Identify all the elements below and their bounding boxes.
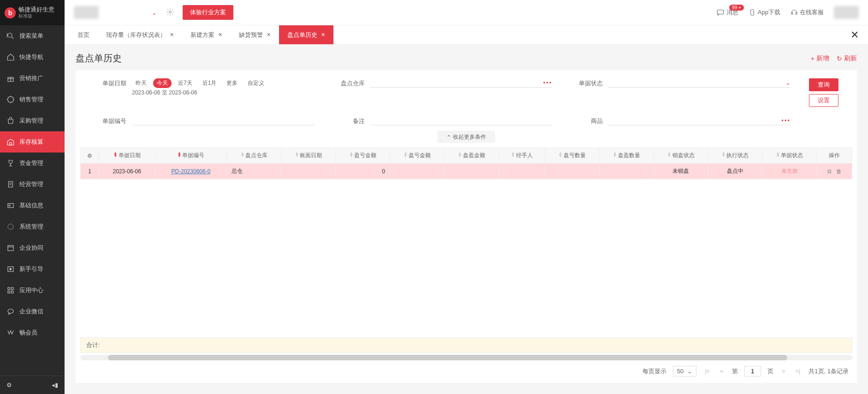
tab-inventory-history[interactable]: 盘点单历史✕ [279, 25, 333, 44]
next-page-button[interactable]: > [780, 368, 787, 375]
date-chip-1m[interactable]: 近1月 [199, 78, 220, 88]
horizontal-scrollbar[interactable] [80, 355, 852, 360]
cell-handler [499, 164, 545, 179]
sidebar-item-purchase[interactable]: 采购管理 [0, 110, 65, 131]
status-select[interactable]: ⌄ [608, 78, 791, 88]
refresh-button[interactable]: ↻刷新 [837, 54, 857, 63]
tab-newplan[interactable]: 新建方案✕ [182, 25, 231, 44]
col-ops: 操作 [817, 148, 852, 164]
settings-button[interactable] [166, 8, 174, 18]
close-all-tabs[interactable]: ✕ [846, 29, 863, 41]
column-config[interactable]: ⚙ [81, 148, 99, 164]
close-icon[interactable]: ✕ [218, 32, 222, 38]
sidebar-item-apps[interactable]: 应用中心 [0, 280, 65, 301]
sidebar-item-vip[interactable]: 畅会员 [0, 322, 65, 343]
sidebar-item-label: 企业协同 [19, 244, 43, 252]
cell-docno[interactable]: PD-20230606-0 [155, 164, 227, 179]
settings-icon[interactable]: ⚙ [6, 382, 12, 388]
sidebar-item-system[interactable]: 系统管理 [0, 216, 65, 237]
per-page-label: 每页显示 [642, 367, 666, 376]
sidebar-item-collab[interactable]: 企业协同 [0, 237, 65, 259]
company-select[interactable]: ⌄ [74, 6, 157, 19]
date-chip-today[interactable]: 今天 [153, 78, 172, 88]
page-input[interactable] [744, 366, 761, 376]
add-button[interactable]: +新增 [811, 54, 829, 63]
col-docno[interactable]: ▲▼单据编号 [155, 148, 227, 164]
gift-icon [6, 74, 15, 82]
messages-button[interactable]: 消息 99 + [716, 8, 738, 17]
tab-home[interactable]: 首页 [69, 25, 98, 44]
collapse-sidebar-icon[interactable]: ◂▮ [52, 382, 58, 388]
sidebar-item-label: 资金管理 [19, 159, 43, 167]
svg-rect-15 [8, 246, 13, 251]
sidebar-item-operations[interactable]: 经营管理 [0, 174, 65, 195]
cell-ops: ⧉ 🗑 [817, 164, 852, 179]
last-page-button[interactable]: >| [793, 368, 802, 375]
chat-icon [6, 307, 15, 316]
page: 盘点单历史 +新增 ↻刷新 单据日期 昨天 今天 [65, 45, 868, 394]
table-scroll[interactable]: ⚙ ▲▼单据日期 ▲▼单据编号 ▲▼盘点仓库 ▲▼账面日期 ▲▼盈亏金额 ▲▼盘… [80, 147, 852, 335]
date-chip-custom[interactable]: 自定义 [244, 78, 268, 88]
view-icon[interactable]: ⧉ [827, 168, 832, 175]
tab-shortage[interactable]: 缺货预警✕ [231, 25, 279, 44]
sidebar-item-search[interactable]: 搜索菜单 [0, 25, 65, 47]
sidebar-item-guide[interactable]: 新手引导 [0, 259, 65, 280]
sidebar-item-label: 应用中心 [19, 286, 43, 294]
col-lossqty[interactable]: ▲▼盘亏数量 [545, 148, 599, 164]
filter-settings-button[interactable]: 设置 [809, 94, 838, 107]
page-prefix: 第 [732, 367, 738, 376]
sidebar-item-quicknav[interactable]: 快捷导航 [0, 47, 65, 68]
cell-execstatus: 盘点中 [708, 164, 762, 179]
tab-stock[interactable]: 现存量（库存状况表）✕ [98, 25, 182, 44]
col-plamount[interactable]: ▲▼盈亏金额 [336, 148, 390, 164]
date-chip-yesterday[interactable]: 昨天 [132, 78, 150, 88]
date-chip-more[interactable]: 更多 [223, 78, 241, 88]
sidebar-item-finance[interactable]: 资金管理 [0, 153, 65, 174]
prev-page-button[interactable]: < [718, 368, 725, 375]
col-bookdate[interactable]: ▲▼账面日期 [281, 148, 336, 164]
docno-input[interactable] [132, 116, 314, 125]
first-page-button[interactable]: |< [703, 368, 712, 375]
chevron-down-icon: ⌄ [687, 368, 692, 375]
per-page-select[interactable]: 50⌄ [673, 366, 696, 376]
sidebar-item-basicinfo[interactable]: 基础信息 [0, 195, 65, 216]
product-select[interactable]: ••• [608, 116, 791, 125]
sidebar-item-label: 快捷导航 [19, 53, 43, 61]
col-warehouse[interactable]: ▲▼盘点仓库 [227, 148, 281, 164]
col-gainamount[interactable]: ▲▼盘盈金额 [444, 148, 499, 164]
chevron-down-icon: ⌄ [785, 79, 791, 86]
svg-rect-20 [8, 291, 10, 294]
gear-icon [6, 223, 15, 231]
col-lockstatus[interactable]: ▲▼锁盘状态 [654, 148, 708, 164]
warehouse-select[interactable]: ••• [370, 78, 553, 88]
sidebar-item-marketing[interactable]: 营销推广 [0, 68, 65, 89]
money-icon [6, 159, 15, 167]
trial-button[interactable]: 体验行业方案 [183, 5, 233, 20]
close-icon[interactable]: ✕ [267, 32, 271, 38]
logo-title: 畅捷通好生意 [18, 6, 54, 13]
col-handler[interactable]: ▲▼经手人 [499, 148, 545, 164]
table-row[interactable]: 1 2023-06-06 PD-20230606-0 总仓 0 [81, 164, 852, 179]
sidebar-menu: 搜索菜单 快捷导航 营销推广 销售管理 采购管理 库存核算 [0, 25, 65, 376]
delete-icon[interactable]: 🗑 [836, 168, 842, 175]
user-avatar[interactable] [834, 6, 859, 19]
sidebar-item-wechat[interactable]: 企业微信 [0, 301, 65, 322]
col-lossamount[interactable]: ▲▼盘亏金额 [390, 148, 445, 164]
date-chip-7d[interactable]: 近7天 [174, 78, 196, 88]
col-gainqty[interactable]: ▲▼盘盈数量 [599, 148, 654, 164]
download-button[interactable]: App下载 [749, 8, 780, 17]
query-button[interactable]: 查询 [809, 78, 838, 91]
remark-input[interactable] [370, 116, 553, 125]
col-date[interactable]: ▲▼单据日期 [99, 148, 155, 164]
topbar: ⌄ 体验行业方案 消息 99 + App下载 在线客服 [65, 0, 868, 25]
collapse-filters-button[interactable]: ⌃ 收起更多条件 [438, 131, 495, 143]
col-docstatus[interactable]: ▲▼单据状态 [762, 148, 817, 164]
messages-badge: 99 + [729, 5, 744, 11]
support-button[interactable]: 在线客服 [791, 8, 824, 17]
filter-remark-label: 备注 [333, 116, 365, 125]
close-icon[interactable]: ✕ [321, 32, 325, 38]
sidebar-item-inventory[interactable]: 库存核算 [0, 131, 65, 153]
close-icon[interactable]: ✕ [170, 32, 174, 38]
col-execstatus[interactable]: ▲▼执行状态 [708, 148, 762, 164]
sidebar-item-sales[interactable]: 销售管理 [0, 89, 65, 110]
